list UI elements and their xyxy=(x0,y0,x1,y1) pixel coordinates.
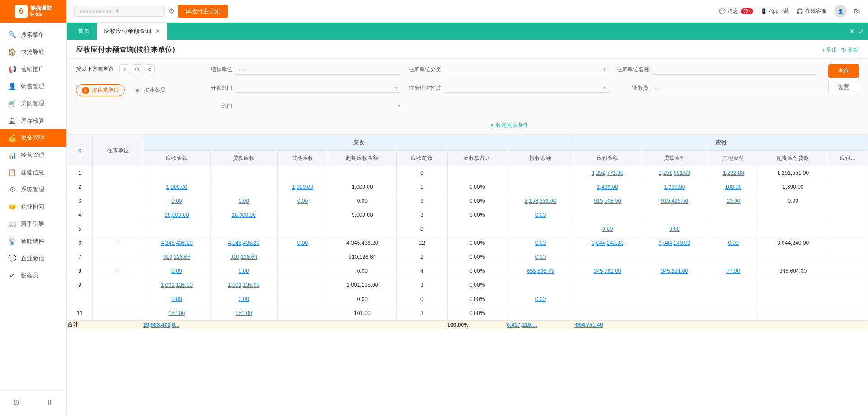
row-5-col-10[interactable]: 3,044,240.00 xyxy=(641,236,708,250)
col-gear[interactable]: ⚙ xyxy=(67,135,93,166)
footer-ys-amount[interactable]: 19,553,472,6... xyxy=(143,320,210,329)
settlement-unit-select[interactable]: ··· xyxy=(236,64,401,75)
row-6-col-8[interactable]: 0.00 xyxy=(507,250,574,264)
sidebar-settings-btn[interactable]: ⚙ xyxy=(10,395,23,410)
tab-expand-icon[interactable]: ⤢ xyxy=(859,27,864,36)
row-8-col-3[interactable]: 1,001,135.00 xyxy=(210,278,277,292)
scheme-edit-btn[interactable]: ⊙ xyxy=(132,64,142,74)
row-1-col-11[interactable]: 100.00 xyxy=(708,180,759,194)
sidebar-item-wechat[interactable]: 💬 企业微信 xyxy=(0,250,66,267)
refresh-button[interactable]: ↻ 刷新 xyxy=(842,46,859,54)
dept-select[interactable]: ▼ xyxy=(236,101,404,110)
scheme-item-staff[interactable]: ⊙ 按业务员 xyxy=(128,84,171,96)
row-9-col-2[interactable]: 0.00 xyxy=(143,292,210,306)
row-5-col-11[interactable]: 0.00 xyxy=(708,236,759,250)
sidebar-item-hardware[interactable]: 📡 智能硬件 xyxy=(0,233,66,250)
row-2-col-11[interactable]: 13.00 xyxy=(708,194,759,208)
topbar-message[interactable]: 💬 消息 99+ xyxy=(719,7,753,15)
row-0-col-9[interactable]: 1,252,773.00 xyxy=(574,166,641,180)
setting-button[interactable]: 设置 xyxy=(828,81,859,94)
row-7-col-2[interactable]: 0.00 xyxy=(143,264,210,278)
row-5-col-2[interactable]: 4,345,436.20 xyxy=(143,236,210,250)
row-7-col-8[interactable]: 655,636.75 xyxy=(507,264,574,278)
row-1-col-9[interactable]: 1,490.00 xyxy=(574,180,641,194)
row-2-col-2[interactable]: 0.00 xyxy=(143,194,210,208)
row-2-col-3[interactable]: 0.00 xyxy=(210,194,277,208)
row-4-col-9[interactable]: 0.00 xyxy=(574,222,641,236)
dept-manager-select[interactable]: ▼ xyxy=(236,84,401,93)
row-5-col-3[interactable]: 4,345,436.20 xyxy=(210,236,277,250)
row-0-col-11[interactable]: 1,222.00 xyxy=(708,166,759,180)
footer-ys-prepay[interactable]: 6,417,215.... xyxy=(507,320,574,329)
promo-button[interactable]: 体验行业方案 xyxy=(178,5,228,18)
row-3-col-3[interactable]: 18,000.00 xyxy=(210,208,277,222)
row-2-col-4[interactable]: 0.00 xyxy=(277,194,328,208)
row-1-col-4[interactable]: 1,000.00 xyxy=(277,180,328,194)
sidebar-collapse-btn[interactable]: ⏸ xyxy=(43,396,57,410)
topbar-gear-icon[interactable]: ⚙ xyxy=(168,7,175,15)
topbar-service[interactable]: 🎧 在线客服 xyxy=(797,7,827,15)
row-7-col-9[interactable]: 345,761.00 xyxy=(574,264,641,278)
topbar-app-download[interactable]: 📱 App下载 xyxy=(760,7,789,15)
sidebar-item-basic[interactable]: 📋 基础信息 xyxy=(0,164,66,181)
row-2-col-9[interactable]: 915,508.56 xyxy=(574,194,641,208)
row-10-col-2[interactable]: 152.00 xyxy=(143,306,210,321)
row-6-col-1 xyxy=(92,250,143,264)
row-9-col-3[interactable]: 0.00 xyxy=(210,292,277,306)
row-3-col-2[interactable]: 18,000.00 xyxy=(143,208,210,222)
topbar-address[interactable]: ●●●●●●●●●● ▼ xyxy=(74,6,165,17)
row-1-col-10[interactable]: 1,390.00 xyxy=(641,180,708,194)
row-10-col-3[interactable]: 152.00 xyxy=(210,306,277,321)
scheme-item-unit[interactable]: ⊙ 按往来单位 xyxy=(76,84,125,96)
query-button[interactable]: 查询 xyxy=(828,64,859,78)
sidebar-item-search[interactable]: 🔍 搜索菜单 xyxy=(0,26,66,43)
scheme-add-btn[interactable]: + xyxy=(119,64,129,74)
salesman-select[interactable]: ··· xyxy=(652,83,817,93)
tab-balance[interactable]: 应收应付余额查询 ✕ xyxy=(97,23,167,40)
col-ys-count: 应收笔数 xyxy=(396,151,447,166)
row-0-col-10[interactable]: 1,251,551.00 xyxy=(641,166,708,180)
tab-home[interactable]: 首页 xyxy=(71,23,97,40)
row-7-col-3[interactable]: 0.00 xyxy=(210,264,277,278)
row-6-col-2[interactable]: 810,126.64 xyxy=(143,250,210,264)
row-4-col-4 xyxy=(277,222,328,236)
row-7-col-11[interactable]: 77.00 xyxy=(708,264,759,278)
sidebar-item-inventory[interactable]: 🏛 库存核算 xyxy=(0,112,66,129)
sidebar-item-quicknav[interactable]: 🏠 快捷导航 xyxy=(0,43,66,61)
collapse-button[interactable]: ∧ 收起更多条件 xyxy=(201,119,817,129)
row-1-col-2[interactable]: 1,000.00 xyxy=(143,180,210,194)
topbar-right: 💬 消息 99+ 📱 App下载 🎧 在线客服 👤 Rit xyxy=(719,5,861,18)
row-9-col-8[interactable]: 0.00 xyxy=(507,292,574,306)
sidebar-item-finance[interactable]: 💰 资金管理 xyxy=(0,129,66,147)
unit-category-select[interactable]: ▼ xyxy=(445,65,609,74)
table-row: 8P0.000.000.0040.00%655,636.75345,761.00… xyxy=(67,264,868,278)
row-8-col-2[interactable]: 1,001,135.00 xyxy=(143,278,210,292)
export-button[interactable]: ↑ 导出 xyxy=(822,46,837,54)
row-2-col-10[interactable]: 915,495.56 xyxy=(641,194,708,208)
row-5-col-8[interactable]: 0.00 xyxy=(507,236,574,250)
sidebar-item-cooperation[interactable]: 🤝 企业协同 xyxy=(0,198,66,215)
unit-name-input[interactable] xyxy=(653,64,817,75)
sidebar-item-member[interactable]: ✔ 畅会员 xyxy=(0,267,66,284)
row-3-col-8[interactable]: 0.00 xyxy=(507,208,574,222)
sidebar-item-guide[interactable]: 📖 新手引导 xyxy=(0,215,66,233)
tab-close-icon[interactable]: ✕ xyxy=(156,28,160,34)
footer-yf-amount[interactable]: -654,751.40 xyxy=(574,320,641,329)
row-7-col-10[interactable]: 345,684.00 xyxy=(641,264,708,278)
sidebar-item-operation[interactable]: 📊 经营管理 xyxy=(0,147,66,164)
row-6-col-3[interactable]: 810,126.64 xyxy=(210,250,277,264)
sidebar-item-system[interactable]: ⚙ 系统管理 xyxy=(0,181,66,198)
row-6-col-0: 7 xyxy=(67,250,93,264)
sidebar-item-purchase[interactable]: 🛒 采购管理 xyxy=(0,95,66,112)
row-6-col-11 xyxy=(708,250,759,264)
table-gear-icon[interactable]: ⚙ xyxy=(77,148,82,154)
tab-close-all-icon[interactable]: ✕ xyxy=(849,27,855,36)
row-5-col-9[interactable]: 3,044,240.00 xyxy=(574,236,641,250)
sidebar-item-sales[interactable]: 👤 销售管理 xyxy=(0,78,66,95)
row-4-col-10[interactable]: 0.00 xyxy=(641,222,708,236)
unit-nature-select[interactable]: ▼ xyxy=(445,84,609,93)
scheme-collapse-btn[interactable]: « xyxy=(145,64,155,74)
row-2-col-8[interactable]: 2,153,333.00 xyxy=(507,194,574,208)
row-5-col-4[interactable]: 0.00 xyxy=(277,236,328,250)
sidebar-item-marketing[interactable]: 📢 营销推广 xyxy=(0,61,66,78)
